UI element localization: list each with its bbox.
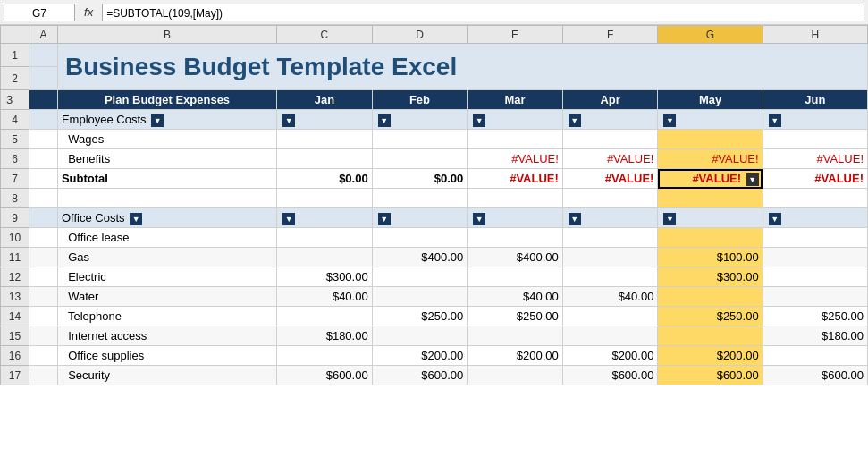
col-header-b[interactable]: B	[57, 26, 276, 44]
cell-d6[interactable]	[372, 149, 468, 169]
cell-c4[interactable]: ▼	[277, 110, 373, 130]
cell-g15[interactable]	[658, 326, 763, 346]
cell-e16[interactable]: $200.00	[468, 346, 563, 366]
col-header-a[interactable]: A	[29, 26, 57, 44]
cell-e5[interactable]	[468, 130, 563, 149]
cell-e14[interactable]: $250.00	[468, 307, 563, 326]
dropdown-icon-f4[interactable]: ▼	[569, 114, 581, 127]
cell-f5[interactable]	[562, 130, 658, 149]
col-header-g[interactable]: G	[658, 26, 763, 44]
cell-d13[interactable]	[372, 287, 468, 307]
cell-f15[interactable]	[562, 326, 658, 346]
formula-bar[interactable]: =SUBTOTAL(109,[May])	[102, 4, 864, 21]
dropdown-icon-g4[interactable]: ▼	[663, 114, 676, 127]
cell-f16[interactable]: $200.00	[562, 346, 658, 366]
cell-a4[interactable]	[29, 110, 57, 130]
cell-g12[interactable]: $300.00	[658, 267, 763, 287]
dropdown-icon-d4[interactable]: ▼	[378, 114, 391, 127]
cell-c13[interactable]: $40.00	[277, 287, 373, 307]
cell-h5[interactable]	[763, 130, 867, 149]
dropdown-icon-e9[interactable]: ▼	[473, 213, 485, 225]
col-header-f[interactable]: F	[562, 26, 658, 44]
wages-label[interactable]: Wages	[57, 130, 276, 149]
cell-c15[interactable]: $180.00	[277, 326, 373, 346]
internet-label[interactable]: Internet access	[57, 326, 276, 346]
cell-a9[interactable]	[29, 208, 57, 228]
cell-a16[interactable]	[29, 346, 57, 366]
cell-d12[interactable]	[372, 267, 468, 287]
cell-a2[interactable]	[29, 67, 57, 90]
cell-f8[interactable]	[562, 189, 658, 208]
cell-e7[interactable]: #VALUE!	[468, 169, 563, 189]
cell-e12[interactable]	[468, 267, 563, 287]
cell-d16[interactable]: $200.00	[372, 346, 468, 366]
cell-e11[interactable]: $400.00	[468, 248, 563, 267]
cell-h14[interactable]: $250.00	[763, 307, 867, 326]
cell-d11[interactable]: $400.00	[372, 248, 468, 267]
cell-a8[interactable]	[29, 189, 57, 208]
cell-h13[interactable]	[763, 287, 867, 307]
cell-g17[interactable]: $600.00	[658, 366, 763, 385]
cell-c14[interactable]	[277, 307, 373, 326]
cell-a13[interactable]	[29, 287, 57, 307]
cell-g5[interactable]	[658, 130, 763, 149]
cell-h7[interactable]: #VALUE!	[763, 169, 867, 189]
cell-c8[interactable]	[277, 189, 373, 208]
telephone-label[interactable]: Telephone	[57, 307, 276, 326]
cell-h4[interactable]: ▼	[763, 110, 867, 130]
cell-f13[interactable]: $40.00	[562, 287, 658, 307]
cell-a6[interactable]	[29, 149, 57, 169]
cell-f14[interactable]	[562, 307, 658, 326]
cell-reference-box[interactable]: G7	[4, 4, 75, 21]
cell-d4[interactable]: ▼	[372, 110, 468, 130]
cell-a5[interactable]	[29, 130, 57, 149]
cell-a3[interactable]	[29, 90, 57, 110]
cell-d7[interactable]: $0.00	[372, 169, 468, 189]
cell-e9[interactable]: ▼	[468, 208, 563, 228]
cell-d17[interactable]: $600.00	[372, 366, 468, 385]
dropdown-icon-d9[interactable]: ▼	[378, 213, 391, 225]
office-costs-label[interactable]: Office Costs ▼	[57, 208, 276, 228]
cell-f17[interactable]: $600.00	[562, 366, 658, 385]
cell-c17[interactable]: $600.00	[277, 366, 373, 385]
cell-d5[interactable]	[372, 130, 468, 149]
cell-e8[interactable]	[468, 189, 563, 208]
cell-g7[interactable]: #VALUE! ▼	[658, 169, 763, 189]
cell-a17[interactable]	[29, 366, 57, 385]
dropdown-icon-e4[interactable]: ▼	[473, 114, 485, 127]
cell-c6[interactable]	[277, 149, 373, 169]
office-lease-label[interactable]: Office lease	[57, 228, 276, 248]
cell-f10[interactable]	[562, 228, 658, 248]
cell-g14[interactable]: $250.00	[658, 307, 763, 326]
cell-g13[interactable]	[658, 287, 763, 307]
cell-c7[interactable]: $0.00	[277, 169, 373, 189]
cell-e10[interactable]	[468, 228, 563, 248]
cell-a11[interactable]	[29, 248, 57, 267]
cell-b8[interactable]	[57, 189, 276, 208]
col-header-d[interactable]: D	[372, 26, 468, 44]
cell-a10[interactable]	[29, 228, 57, 248]
cell-h12[interactable]	[763, 267, 867, 287]
col-header-e[interactable]: E	[468, 26, 563, 44]
cell-c16[interactable]	[277, 346, 373, 366]
cell-g16[interactable]: $200.00	[658, 346, 763, 366]
cell-h6[interactable]: #VALUE!	[763, 149, 867, 169]
cell-h8[interactable]	[763, 189, 867, 208]
cell-g4[interactable]: ▼	[658, 110, 763, 130]
cell-h15[interactable]: $180.00	[763, 326, 867, 346]
cell-d8[interactable]	[372, 189, 468, 208]
office-supplies-label[interactable]: Office supplies	[57, 346, 276, 366]
cell-f7[interactable]: #VALUE!	[562, 169, 658, 189]
cell-g11[interactable]: $100.00	[658, 248, 763, 267]
electric-label[interactable]: Electric	[57, 267, 276, 287]
cell-c5[interactable]	[277, 130, 373, 149]
cell-g8[interactable]	[658, 189, 763, 208]
dropdown-icon-office[interactable]: ▼	[130, 213, 142, 225]
cell-d9[interactable]: ▼	[372, 208, 468, 228]
cell-f4[interactable]: ▼	[562, 110, 658, 130]
cell-f11[interactable]	[562, 248, 658, 267]
cell-e6[interactable]: #VALUE!	[468, 149, 563, 169]
cell-a1[interactable]	[29, 44, 57, 67]
cell-e4[interactable]: ▼	[468, 110, 563, 130]
cell-c9[interactable]: ▼	[277, 208, 373, 228]
